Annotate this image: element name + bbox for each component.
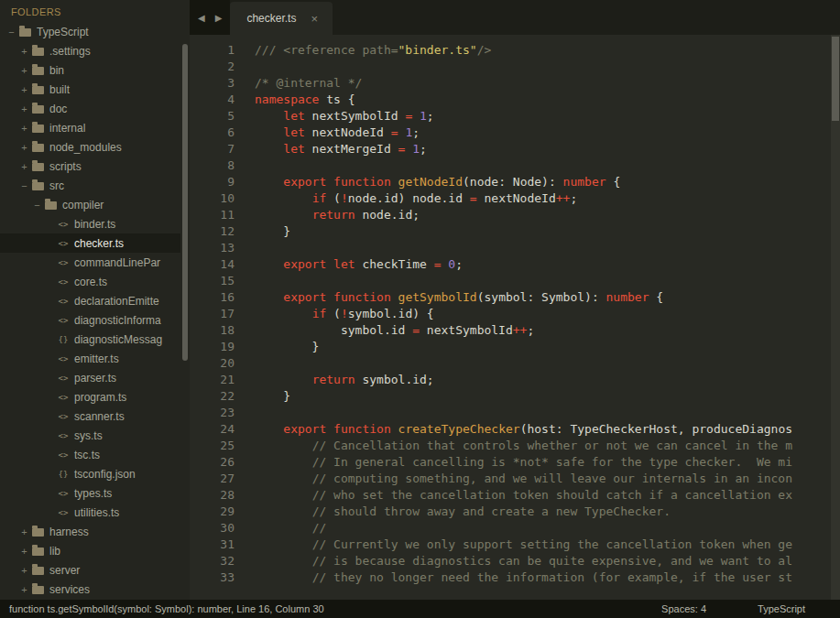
tree-file-program.ts[interactable]: <>program.ts xyxy=(0,387,180,407)
tree-expander-icon[interactable]: + xyxy=(18,546,30,557)
editor-scrollbar-thumb[interactable] xyxy=(832,37,839,121)
line-number: 32 xyxy=(190,553,235,569)
line-number: 6 xyxy=(190,125,235,141)
line-number: 12 xyxy=(190,223,235,240)
tree-folder-compiler[interactable]: −compiler xyxy=(0,195,180,214)
json-file-icon: {} xyxy=(56,470,71,479)
tree-item-label: utilities.ts xyxy=(74,506,119,519)
tree-expander-icon[interactable]: − xyxy=(18,180,30,191)
status-indent-setting[interactable]: Spaces: 4 xyxy=(661,603,706,614)
tree-file-parser.ts[interactable]: <>parser.ts xyxy=(0,368,180,387)
line-number: 18 xyxy=(190,322,235,339)
folder-icon xyxy=(32,182,44,190)
ts-file-icon: <> xyxy=(56,393,71,402)
ts-file-icon: <> xyxy=(56,489,71,498)
tab-scroll-right-icon[interactable]: ▶ xyxy=(212,10,226,26)
tree-expander-icon[interactable]: + xyxy=(18,584,30,595)
tree-file-tsc.ts[interactable]: <>tsc.ts xyxy=(0,445,180,464)
tree-folder-node_modules[interactable]: +node_modules xyxy=(0,137,180,157)
code-line: export function createTypeChecker(host: … xyxy=(255,421,840,438)
tree-item-label: sys.ts xyxy=(74,429,103,442)
ts-file-icon: <> xyxy=(56,258,71,267)
tab-label: checker.ts xyxy=(246,12,296,25)
window-content: FOLDERS −TypeScript+.settings+bin+built+… xyxy=(0,0,840,600)
tree-folder-server[interactable]: +server xyxy=(0,560,180,580)
tree-item-label: TypeScript xyxy=(37,26,89,38)
code-line: // Cancellation that controls whether or… xyxy=(255,438,840,454)
tab-checker-ts[interactable]: checker.ts × xyxy=(230,2,333,35)
tree-folder-harness[interactable]: +harness xyxy=(0,522,180,541)
tree-file-core.ts[interactable]: <>core.ts xyxy=(0,272,180,291)
tree-file-emitter.ts[interactable]: <>emitter.ts xyxy=(0,349,180,368)
tree-expander-icon[interactable]: + xyxy=(18,123,30,134)
status-syntax-setting[interactable]: TypeScript xyxy=(758,603,805,614)
folders-header: FOLDERS xyxy=(0,0,180,22)
editor[interactable]: 1234567891011121314151617181920212223242… xyxy=(190,35,840,600)
folder-icon xyxy=(32,548,44,556)
ts-file-icon: <> xyxy=(56,297,71,306)
tree-file-binder.ts[interactable]: <>binder.ts xyxy=(0,214,180,233)
tree-item-label: src xyxy=(49,179,64,192)
folder-icon xyxy=(32,528,44,537)
tree-expander-icon[interactable]: + xyxy=(18,103,30,114)
code-line: export function getSymbolId(symbol: Symb… xyxy=(255,289,840,306)
tree-file-tsconfig.json[interactable]: {}tsconfig.json xyxy=(0,464,180,483)
sidebar-scrollbar[interactable] xyxy=(180,0,190,600)
tree-folder-.settings[interactable]: +.settings xyxy=(0,41,180,60)
sublime-window: FOLDERS −TypeScript+.settings+bin+built+… xyxy=(0,0,840,618)
code-line: let nextSymbolId = 1; xyxy=(255,108,840,125)
folder-icon xyxy=(19,28,31,37)
sidebar-scrollbar-thumb[interactable] xyxy=(182,44,188,361)
status-symbol-info: function ts.getSymbolId(symbol: Symbol):… xyxy=(9,603,324,614)
tree-folder-built[interactable]: +built xyxy=(0,80,180,99)
tree-file-scanner.ts[interactable]: <>scanner.ts xyxy=(0,407,180,426)
code-line: /* @internal */ xyxy=(255,75,840,92)
tree-expander-icon[interactable]: + xyxy=(18,46,30,57)
code-area[interactable]: /// <reference path="binder.ts"/>/* @int… xyxy=(246,42,840,600)
tree-expander-icon[interactable]: + xyxy=(18,161,30,172)
tree-file-types.ts[interactable]: <>types.ts xyxy=(0,483,180,503)
tree-item-label: services xyxy=(49,583,90,596)
line-number: 1 xyxy=(190,42,235,59)
code-line: export function getNodeId(node: Node): n… xyxy=(255,174,840,190)
line-number: 25 xyxy=(190,438,235,454)
line-number: 19 xyxy=(190,339,235,355)
editor-scrollbar[interactable] xyxy=(831,35,840,600)
tree-folder-doc[interactable]: +doc xyxy=(0,99,180,118)
tree-file-commandLinePar[interactable]: <>commandLinePar xyxy=(0,253,180,272)
tree-folder-services[interactable]: +services xyxy=(0,580,180,599)
tree-file-checker.ts[interactable]: <>checker.ts xyxy=(0,233,180,253)
ts-file-icon: <> xyxy=(56,450,71,460)
line-number: 26 xyxy=(190,454,235,471)
tree-file-sys.ts[interactable]: <>sys.ts xyxy=(0,426,180,445)
tree-folder-src[interactable]: −src xyxy=(0,176,180,195)
tab-close-icon[interactable]: × xyxy=(311,13,318,25)
tree-file-diagnosticInforma[interactable]: <>diagnosticInforma xyxy=(0,310,180,330)
tree-item-label: types.ts xyxy=(74,487,112,500)
tree-folder-TypeScript[interactable]: −TypeScript xyxy=(0,22,180,41)
tree-expander-icon[interactable]: − xyxy=(5,27,17,38)
tree-file-utilities.ts[interactable]: <>utilities.ts xyxy=(0,503,180,522)
line-number: 20 xyxy=(190,355,235,372)
code-line xyxy=(255,157,840,174)
tree-file-declarationEmitte[interactable]: <>declarationEmitte xyxy=(0,291,180,310)
tree-folder-bin[interactable]: +bin xyxy=(0,60,180,80)
tree-expander-icon[interactable]: + xyxy=(18,142,30,153)
tree-expander-icon[interactable]: + xyxy=(18,526,30,537)
tree-expander-icon[interactable]: − xyxy=(31,200,43,211)
tree-folder-scripts[interactable]: +scripts xyxy=(0,157,180,176)
line-number: 33 xyxy=(190,569,235,586)
line-number: 22 xyxy=(190,388,235,405)
tree-folder-internal[interactable]: +internal xyxy=(0,118,180,137)
tree-expander-icon[interactable]: + xyxy=(18,565,30,576)
line-number-gutter: 1234567891011121314151617181920212223242… xyxy=(190,42,246,600)
tree-folder-lib[interactable]: +lib xyxy=(0,541,180,560)
folder-icon xyxy=(32,586,44,594)
tab-scroll-left-icon[interactable]: ◀ xyxy=(194,10,209,26)
tree-file-diagnosticMessag[interactable]: {}diagnosticMessag xyxy=(0,330,180,349)
ts-file-icon: <> xyxy=(56,412,71,421)
ts-file-icon: <> xyxy=(56,220,71,229)
json-file-icon: {} xyxy=(56,335,71,344)
tree-expander-icon[interactable]: + xyxy=(18,84,30,95)
tree-expander-icon[interactable]: + xyxy=(18,65,30,76)
